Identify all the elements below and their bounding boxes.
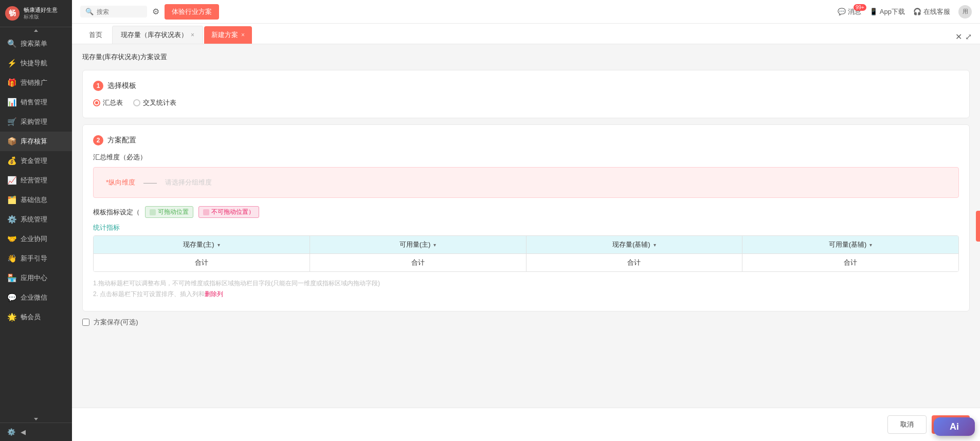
dimension-divider: —— <box>143 179 157 187</box>
indicator-label: 模板指标设定（ 可拖动位置 不可拖动位置） <box>93 206 959 218</box>
scroll-down-button[interactable] <box>34 418 38 420</box>
scroll-up-button[interactable] <box>34 29 38 32</box>
sidebar-item-label: 系统管理 <box>21 215 47 224</box>
sidebar-item-basic-info[interactable]: 🗂️ 基础信息 <box>0 190 72 210</box>
sidebar-bottom: ⚙️ ◀ <box>0 422 72 441</box>
collapse-icon[interactable]: ◀ <box>21 428 26 436</box>
sidebar-item-member[interactable]: 🌟 畅会员 <box>0 307 72 327</box>
ai-float-button[interactable]: Ai <box>934 417 975 436</box>
sidebar-item-purchase[interactable]: 🛒 采购管理 <box>0 112 72 132</box>
topbar-right: 💬 消息 99+ 📱 App下载 🎧 在线客服 用 <box>838 5 972 19</box>
settings-icon[interactable]: ⚙️ <box>7 428 15 436</box>
user-avatar[interactable]: 用 <box>958 5 972 19</box>
message-icon: 💬 <box>838 8 846 15</box>
mobile-icon: 📱 <box>869 8 878 15</box>
gear-icon[interactable]: ⚙ <box>152 7 159 16</box>
trial-button[interactable]: 体验行业方案 <box>165 4 219 20</box>
sidebar-item-label: 企业协同 <box>21 234 47 244</box>
save-checkbox[interactable] <box>82 319 89 326</box>
sidebar-item-label: 应用中心 <box>21 273 47 283</box>
save-option: 方案保存(可选) <box>82 318 970 327</box>
tabbar: 首页 现存量（库存状况表） × 新建方案 × ✕ ⤢ <box>72 24 980 44</box>
radio-huizong[interactable]: 汇总表 <box>93 98 123 107</box>
tab-new-close[interactable]: × <box>241 31 245 39</box>
section1-header: 1 选择模板 <box>93 81 959 91</box>
search-input[interactable] <box>97 8 143 15</box>
non-draggable-label: 不可拖动位置） <box>211 208 255 216</box>
sidebar-item-inventory[interactable]: 📦 库存核算 <box>0 132 72 151</box>
sidebar-item-management[interactable]: 📈 经营管理 <box>0 171 72 190</box>
sidebar-item-label: 畅会员 <box>21 313 41 322</box>
radio-jiaochai-label: 交叉统计表 <box>143 98 176 107</box>
purchase-icon: 🛒 <box>7 117 16 126</box>
sidebar-item-label: 营销推广 <box>21 78 47 87</box>
radio-huizong-circle[interactable] <box>93 99 100 106</box>
enterprise-icon: 🤝 <box>7 234 16 244</box>
main-area: 🔍 ⚙ 体验行业方案 💬 消息 99+ 📱 App下载 🎧 在线客服 用 <box>72 0 980 441</box>
tab-inventory-label: 现存量（库存状况表） <box>121 30 188 40</box>
col-header-3: 可用量(基辅) ▾ <box>742 236 958 253</box>
sidebar-item-search[interactable]: 🔍 搜索菜单 <box>0 34 72 53</box>
section1-num: 1 <box>93 81 103 91</box>
online-service-button[interactable]: 🎧 在线客服 <box>913 7 950 16</box>
sidebar-item-label: 资金管理 <box>21 156 47 166</box>
dimension-placeholder[interactable]: 请选择分组维度 <box>165 178 212 187</box>
panel-close-button[interactable]: ✕ <box>955 32 962 42</box>
page-title: 现存量(库存状况表)方案设置 <box>82 52 970 62</box>
sidebar-item-wechat[interactable]: 💬 企业微信 <box>0 288 72 307</box>
sidebar-nav: 🔍 搜索菜单 ⚡ 快捷导航 🎁 营销推广 📊 销售管理 🛒 采购管理 📦 库存核… <box>0 34 72 416</box>
sidebar-item-sales[interactable]: 📊 销售管理 <box>0 93 72 112</box>
app-edition: 标准版 <box>24 13 58 21</box>
member-icon: 🌟 <box>7 313 16 322</box>
col-label-3: 可用量(基辅) <box>829 240 867 249</box>
cancel-button[interactable]: 取消 <box>887 415 927 434</box>
topbar-left: 🔍 ⚙ 体验行业方案 <box>80 4 219 20</box>
col-body-1: 合计 <box>310 253 527 271</box>
sidebar-item-label: 基础信息 <box>21 195 47 205</box>
section2-num: 2 <box>93 135 103 145</box>
draggable-label: 可拖动位置 <box>158 208 189 216</box>
non-draggable-tag: 不可拖动位置） <box>198 206 259 218</box>
col-chevron-1[interactable]: ▾ <box>433 242 436 248</box>
sidebar-item-label: 新手引导 <box>21 254 47 263</box>
sidebar-item-quicknav[interactable]: ⚡ 快捷导航 <box>0 53 72 73</box>
radio-jiaochai[interactable]: 交叉统计表 <box>133 98 176 107</box>
radio-jiaochai-circle[interactable] <box>133 99 140 106</box>
sidebar-item-label: 搜索菜单 <box>21 39 47 48</box>
sidebar-item-system[interactable]: ⚙️ 系统管理 <box>0 210 72 229</box>
tab-inventory[interactable]: 现存量（库存状况表） × <box>112 26 203 44</box>
wechat-icon: 💬 <box>7 293 16 302</box>
panel-expand-button[interactable]: ⤢ <box>965 32 972 42</box>
indicator-label-text: 模板指标设定（ <box>93 208 140 217</box>
system-icon: ⚙️ <box>7 215 16 224</box>
sidebar-item-label: 采购管理 <box>21 117 47 126</box>
sidebar-item-finance[interactable]: 💰 资金管理 <box>0 151 72 171</box>
sidebar-item-enterprise[interactable]: 🤝 企业协同 <box>0 229 72 249</box>
sidebar-item-appstore[interactable]: 🏪 应用中心 <box>0 268 72 288</box>
appstore-icon: 🏪 <box>7 273 16 283</box>
avatar-icon: 用 <box>958 5 972 19</box>
col-chevron-3[interactable]: ▾ <box>869 242 872 248</box>
col-chevron-0[interactable]: ▾ <box>217 242 220 248</box>
app-download-button[interactable]: 📱 App下载 <box>869 7 905 16</box>
col-chevron-2[interactable]: ▾ <box>654 242 656 248</box>
footer: 取消 查询 <box>72 408 980 441</box>
sidebar: 畅 畅康通好生意 标准版 🔍 搜索菜单 ⚡ 快捷导航 🎁 营销推广 📊 销售管理… <box>0 0 72 441</box>
sidebar-item-newbie[interactable]: 👋 新手引导 <box>0 249 72 268</box>
sidebar-item-label: 库存核算 <box>21 137 47 146</box>
message-button[interactable]: 💬 消息 99+ <box>838 7 861 16</box>
dimension-label: 汇总维度（必选） <box>93 153 959 162</box>
basic-info-icon: 🗂️ <box>7 195 16 205</box>
sidebar-item-label: 企业微信 <box>21 293 47 302</box>
radio-huizong-label: 汇总表 <box>103 98 123 107</box>
sales-icon: 📊 <box>7 98 16 107</box>
sidebar-item-marketing[interactable]: 🎁 营销推广 <box>0 73 72 93</box>
stats-table-header: 现存量(主) ▾ 可用量(主) ▾ 现存量(基辅) ▾ 可用量(基辅) <box>94 236 958 253</box>
dimension-zone: *纵向维度 —— 请选择分组维度 <box>93 167 959 198</box>
tab-inventory-close[interactable]: × <box>191 31 194 39</box>
col-body-3: 合计 <box>742 253 958 271</box>
tab-home[interactable]: 首页 <box>80 26 111 44</box>
search-box[interactable]: 🔍 <box>80 6 147 17</box>
highlight-delete: 删除列 <box>205 290 223 298</box>
tab-new-scheme[interactable]: 新建方案 × <box>204 26 252 44</box>
